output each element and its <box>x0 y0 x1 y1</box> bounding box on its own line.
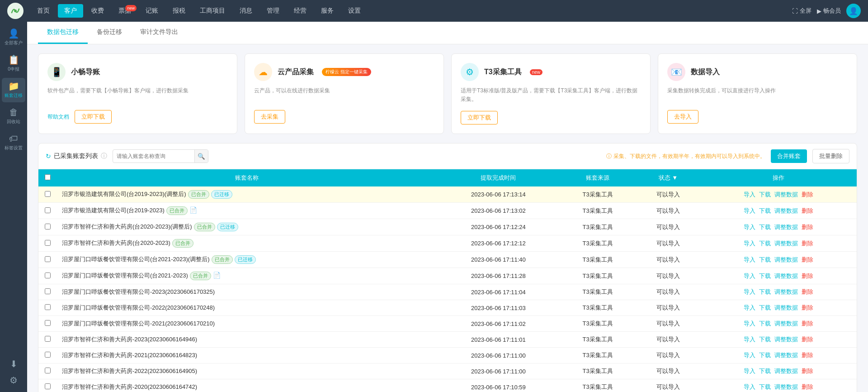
row-action-调整数据-12[interactable]: 调整数据 <box>774 383 798 390</box>
sidebar-item-1[interactable]: 📋0申报 <box>2 52 25 76</box>
user-avatar[interactable]: 👤 <box>846 4 861 18</box>
delete-all-btn[interactable]: 批量删除 <box>812 149 849 163</box>
row-action-调整数据-8[interactable]: 调整数据 <box>774 320 798 327</box>
row-action-删除-9[interactable]: 删除 <box>802 336 813 343</box>
row-checkbox-9[interactable] <box>45 336 51 342</box>
row-action-调整数据-5[interactable]: 调整数据 <box>774 272 798 279</box>
sidebar-item-4[interactable]: 🏷标签设置 <box>2 130 25 155</box>
row-action-导入-12[interactable]: 导入 <box>744 383 755 390</box>
row-action-下载-11[interactable]: 下载 <box>759 368 771 374</box>
select-all-checkbox[interactable] <box>45 174 51 180</box>
row-checkbox-3[interactable] <box>45 240 51 246</box>
tab-1[interactable]: 备份迁移 <box>88 22 131 44</box>
nav-item-经营[interactable]: 经营 <box>288 4 313 18</box>
row-action-导入-0[interactable]: 导入 <box>744 191 755 198</box>
card-action-btn-t3[interactable]: 立即下载 <box>461 111 498 124</box>
logo-icon[interactable] <box>7 3 24 19</box>
row-action-调整数据-6[interactable]: 调整数据 <box>774 288 798 295</box>
file-icon-5[interactable]: 📄 <box>213 272 221 279</box>
row-action-删除-11[interactable]: 删除 <box>802 368 813 374</box>
row-action-导入-11[interactable]: 导入 <box>744 368 755 374</box>
tab-2[interactable]: 审计文件导出 <box>131 22 187 44</box>
nav-item-服务[interactable]: 服务 <box>315 4 340 18</box>
sidebar-bottom-item-0[interactable]: ⬇ <box>2 356 25 372</box>
row-checkbox-6[interactable] <box>45 288 51 294</box>
row-action-下载-10[interactable]: 下载 <box>759 352 771 359</box>
row-action-删除-3[interactable]: 删除 <box>802 240 813 247</box>
row-action-调整数据-3[interactable]: 调整数据 <box>774 240 798 247</box>
fullscreen-button[interactable]: ⛶ 全屏 <box>792 7 811 15</box>
row-action-下载-8[interactable]: 下载 <box>759 320 771 327</box>
row-action-删除-5[interactable]: 删除 <box>802 272 813 279</box>
row-action-下载-9[interactable]: 下载 <box>759 336 771 343</box>
row-action-下载-6[interactable]: 下载 <box>759 288 771 295</box>
sidebar-item-0[interactable]: 👤全部客户 <box>2 25 25 50</box>
row-checkbox-7[interactable] <box>45 304 51 310</box>
row-checkbox-12[interactable] <box>45 383 51 389</box>
row-action-导入-7[interactable]: 导入 <box>744 304 755 311</box>
nav-item-票据[interactable]: 票据new <box>112 4 137 18</box>
nav-item-收费[interactable]: 收费 <box>85 4 110 18</box>
sidebar-bottom-item-1[interactable]: ⚙ <box>2 372 25 388</box>
merge-btn[interactable]: 合并账套 <box>771 149 807 163</box>
row-action-删除-1[interactable]: 删除 <box>802 207 813 214</box>
row-action-导入-5[interactable]: 导入 <box>744 272 755 279</box>
refresh-icon[interactable]: ↻ <box>46 153 51 160</box>
file-icon-1[interactable]: 📄 <box>189 206 197 214</box>
row-action-删除-8[interactable]: 删除 <box>802 320 813 327</box>
row-action-导入-4[interactable]: 导入 <box>744 256 755 263</box>
row-action-删除-12[interactable]: 删除 <box>802 383 813 390</box>
card-action-link-xiaochang[interactable]: 帮助文档 <box>47 113 69 121</box>
sidebar-item-2[interactable]: 📁账套迁移 <box>2 78 25 102</box>
row-action-删除-0[interactable]: 删除 <box>802 191 813 198</box>
row-action-下载-1[interactable]: 下载 <box>759 207 771 214</box>
row-checkbox-1[interactable] <box>45 207 51 213</box>
table-col-4[interactable]: 状态 ▼ <box>636 169 700 186</box>
row-action-下载-3[interactable]: 下载 <box>759 240 771 247</box>
row-action-删除-7[interactable]: 删除 <box>802 304 813 311</box>
nav-item-消息[interactable]: 消息 <box>233 4 259 18</box>
row-action-删除-4[interactable]: 删除 <box>802 256 813 263</box>
row-checkbox-5[interactable] <box>45 272 51 278</box>
search-button[interactable]: 🔍 <box>194 149 208 163</box>
row-action-导入-6[interactable]: 导入 <box>744 288 755 295</box>
row-action-下载-5[interactable]: 下载 <box>759 272 771 279</box>
row-action-调整数据-10[interactable]: 调整数据 <box>774 352 798 359</box>
member-button[interactable]: ▶ 畅会员 <box>817 7 841 15</box>
row-action-导入-2[interactable]: 导入 <box>744 224 755 230</box>
row-checkbox-4[interactable] <box>45 256 51 262</box>
nav-item-设置[interactable]: 设置 <box>342 4 367 18</box>
sidebar-item-3[interactable]: 🗑回收站 <box>2 104 25 129</box>
card-action-btn-dataimport[interactable]: 去导入 <box>667 110 698 124</box>
search-input[interactable] <box>113 153 194 159</box>
row-action-调整数据-7[interactable]: 调整数据 <box>774 304 798 311</box>
nav-item-报税[interactable]: 报税 <box>166 4 192 18</box>
row-action-调整数据-0[interactable]: 调整数据 <box>774 191 798 198</box>
row-action-调整数据-4[interactable]: 调整数据 <box>774 256 798 263</box>
row-action-下载-7[interactable]: 下载 <box>759 304 771 311</box>
row-action-导入-8[interactable]: 导入 <box>744 320 755 327</box>
row-action-导入-3[interactable]: 导入 <box>744 240 755 247</box>
row-action-下载-0[interactable]: 下载 <box>759 191 771 198</box>
row-action-删除-10[interactable]: 删除 <box>802 352 813 359</box>
row-action-调整数据-11[interactable]: 调整数据 <box>774 368 798 374</box>
row-action-调整数据-9[interactable]: 调整数据 <box>774 336 798 343</box>
row-action-导入-9[interactable]: 导入 <box>744 336 755 343</box>
row-action-删除-6[interactable]: 删除 <box>802 288 813 295</box>
row-action-调整数据-2[interactable]: 调整数据 <box>774 224 798 230</box>
row-action-调整数据-1[interactable]: 调整数据 <box>774 207 798 214</box>
row-action-导入-10[interactable]: 导入 <box>744 352 755 359</box>
row-action-导入-1[interactable]: 导入 <box>744 207 755 214</box>
nav-item-客户[interactable]: 客户 <box>58 4 83 18</box>
nav-item-首页[interactable]: 首页 <box>31 4 56 18</box>
card-action-btn-cloud[interactable]: 去采集 <box>254 110 285 124</box>
nav-item-记账[interactable]: 记账 <box>139 4 165 18</box>
row-action-下载-4[interactable]: 下载 <box>759 256 771 263</box>
row-checkbox-2[interactable] <box>45 224 51 229</box>
card-action-btn-xiaochang[interactable]: 立即下载 <box>75 110 112 124</box>
row-action-删除-2[interactable]: 删除 <box>802 224 813 230</box>
nav-item-管理[interactable]: 管理 <box>260 4 286 18</box>
row-checkbox-10[interactable] <box>45 352 51 358</box>
row-checkbox-8[interactable] <box>45 320 51 326</box>
row-action-下载-2[interactable]: 下载 <box>759 224 771 230</box>
